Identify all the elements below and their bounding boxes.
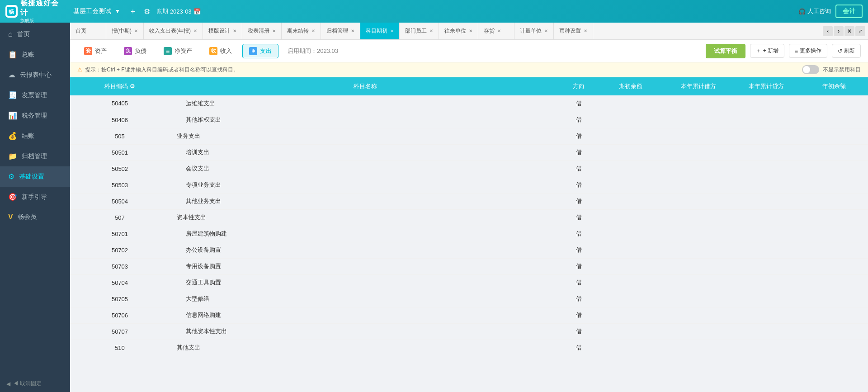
table-row[interactable]: 50501培训支出借	[70, 144, 868, 161]
cell-ytd-debit[interactable]	[665, 95, 732, 112]
cell-ytd-debit[interactable]	[665, 340, 732, 356]
cell-ytd-debit[interactable]	[665, 128, 732, 144]
tab-close-inventory[interactable]: ✕	[497, 28, 501, 33]
cell-ytd-debit[interactable]	[665, 274, 732, 291]
tab-next-button[interactable]: ›	[834, 26, 844, 36]
category-tab-expense[interactable]: ⊕ 支出	[242, 44, 278, 58]
cell-initial-balance[interactable]	[597, 323, 665, 340]
tab-close-archive[interactable]: ✕	[351, 28, 354, 33]
cell-ytd-debit[interactable]	[665, 209, 732, 226]
table-row[interactable]: 507资本性支出借	[70, 209, 868, 226]
sidebar-item-home[interactable]: ⌂ 首页	[0, 24, 70, 44]
cell-ytd-debit[interactable]	[665, 112, 732, 128]
cell-ytd-debit[interactable]	[665, 242, 732, 258]
cell-initial-balance[interactable]	[597, 128, 665, 144]
cell-year-start-balance[interactable]	[800, 226, 868, 242]
tab-close-subject-initial[interactable]: ✕	[390, 28, 394, 33]
cell-ytd-debit[interactable]	[665, 226, 732, 242]
sidebar-item-tax[interactable]: 📊 税务管理	[0, 105, 70, 126]
company-area[interactable]: 基层工会测试 ▼	[73, 7, 120, 15]
cell-ytd-credit[interactable]	[732, 161, 800, 177]
cell-year-start-balance[interactable]	[800, 209, 868, 226]
tab-close-period-end[interactable]: ✕	[311, 28, 315, 33]
cell-ytd-credit[interactable]	[732, 95, 800, 112]
tab-expand-button[interactable]: ⤢	[855, 26, 865, 36]
cell-initial-balance[interactable]	[597, 226, 665, 242]
table-row[interactable]: 50702办公设备购置借	[70, 242, 868, 258]
add-button[interactable]: ＋ + 新增	[750, 44, 784, 58]
cell-initial-balance[interactable]	[597, 161, 665, 177]
sidebar-item-invoice[interactable]: 🧾 发票管理	[0, 85, 70, 105]
cell-ytd-credit[interactable]	[732, 340, 800, 356]
tab-inventory[interactable]: 存货 ✕	[478, 23, 514, 39]
cell-initial-balance[interactable]	[597, 291, 665, 307]
cell-year-start-balance[interactable]	[800, 95, 868, 112]
cell-ytd-credit[interactable]	[732, 209, 800, 226]
refresh-button[interactable]: ↺ 刷新	[832, 44, 861, 58]
cell-initial-balance[interactable]	[597, 258, 665, 274]
calendar-icon[interactable]: 📅	[193, 8, 201, 15]
tab-report-mid[interactable]: 报(中期) ✕	[106, 23, 144, 39]
tab-period-end[interactable]: 期末结转 ✕	[282, 23, 321, 39]
cell-year-start-balance[interactable]	[800, 177, 868, 193]
sidebar-item-vip[interactable]: V 畅会员	[0, 207, 70, 227]
cell-year-start-balance[interactable]	[800, 291, 868, 307]
cell-year-start-balance[interactable]	[800, 128, 868, 144]
table-row[interactable]: 50502会议支出借	[70, 161, 868, 177]
cell-initial-balance[interactable]	[597, 193, 665, 209]
table-row[interactable]: 50503专项业务支出借	[70, 177, 868, 193]
sidebar-item-ledger[interactable]: 📋 总账	[0, 44, 70, 65]
cell-ytd-credit[interactable]	[732, 226, 800, 242]
cell-ytd-debit[interactable]	[665, 307, 732, 323]
support-button[interactable]: 🎧 人工咨询	[798, 7, 831, 15]
tab-close-currency[interactable]: ✕	[584, 28, 587, 33]
table-row[interactable]: 50703专用设备购置借	[70, 258, 868, 274]
category-tab-net-asset[interactable]: ≡ 净资产	[157, 44, 199, 58]
table-row[interactable]: 50406其他维权支出借	[70, 112, 868, 128]
table-row[interactable]: 50701房屋建筑物购建借	[70, 226, 868, 242]
tab-close-template[interactable]: ✕	[233, 28, 236, 33]
tab-tax[interactable]: 税表清册 ✕	[242, 23, 282, 39]
sidebar-item-guide[interactable]: 🎯 新手引导	[0, 187, 70, 207]
sidebar-item-reports[interactable]: ☁ 云报表中心	[0, 65, 70, 85]
cell-year-start-balance[interactable]	[800, 242, 868, 258]
tab-close-dept-employee[interactable]: ✕	[429, 28, 433, 33]
category-tab-asset[interactable]: 资 资产	[77, 44, 113, 58]
tab-close-tax[interactable]: ✕	[272, 28, 276, 33]
tab-close-all-button[interactable]: ✕	[844, 26, 854, 36]
tab-home[interactable]: 首页	[70, 23, 106, 39]
cell-year-start-balance[interactable]	[800, 193, 868, 209]
category-tab-income[interactable]: 收 收入	[203, 44, 239, 58]
table-row[interactable]: 50707其他资本性支出借	[70, 323, 868, 340]
settings-icon[interactable]: ⚙	[142, 5, 152, 18]
tab-subject-initial[interactable]: 科目期初 ✕	[360, 23, 400, 39]
calc-balance-button[interactable]: 试算平衡	[706, 44, 745, 58]
sidebar-item-close[interactable]: 💰 结账	[0, 126, 70, 146]
cell-initial-balance[interactable]	[597, 209, 665, 226]
table-row[interactable]: 510其他支出借	[70, 340, 868, 356]
cell-ytd-debit[interactable]	[665, 193, 732, 209]
tab-counterparty[interactable]: 往来单位 ✕	[439, 23, 478, 39]
cell-year-start-balance[interactable]	[800, 112, 868, 128]
table-row[interactable]: 505业务支出借	[70, 128, 868, 144]
tab-close-report-mid[interactable]: ✕	[134, 28, 138, 33]
cell-ytd-debit[interactable]	[665, 323, 732, 340]
cell-ytd-credit[interactable]	[732, 112, 800, 128]
tab-prev-button[interactable]: ‹	[823, 26, 833, 36]
cell-year-start-balance[interactable]	[800, 323, 868, 340]
tab-template[interactable]: 模版设计 ✕	[203, 23, 242, 39]
cell-year-start-balance[interactable]	[800, 258, 868, 274]
cell-year-start-balance[interactable]	[800, 340, 868, 356]
cell-ytd-credit[interactable]	[732, 128, 800, 144]
cell-initial-balance[interactable]	[597, 95, 665, 112]
sidebar-cancel-fixed[interactable]: ◀ ◀ 取消固定	[0, 375, 70, 392]
tab-unit[interactable]: 计量单位 ✕	[514, 23, 554, 39]
cell-year-start-balance[interactable]	[800, 161, 868, 177]
account-button[interactable]: 会计	[835, 5, 863, 18]
cell-ytd-debit[interactable]	[665, 177, 732, 193]
cell-ytd-credit[interactable]	[732, 258, 800, 274]
cell-ytd-credit[interactable]	[732, 242, 800, 258]
table-row[interactable]: 50706信息网络购建借	[70, 307, 868, 323]
cell-ytd-credit[interactable]	[732, 291, 800, 307]
table-row[interactable]: 50705大型修缮借	[70, 291, 868, 307]
